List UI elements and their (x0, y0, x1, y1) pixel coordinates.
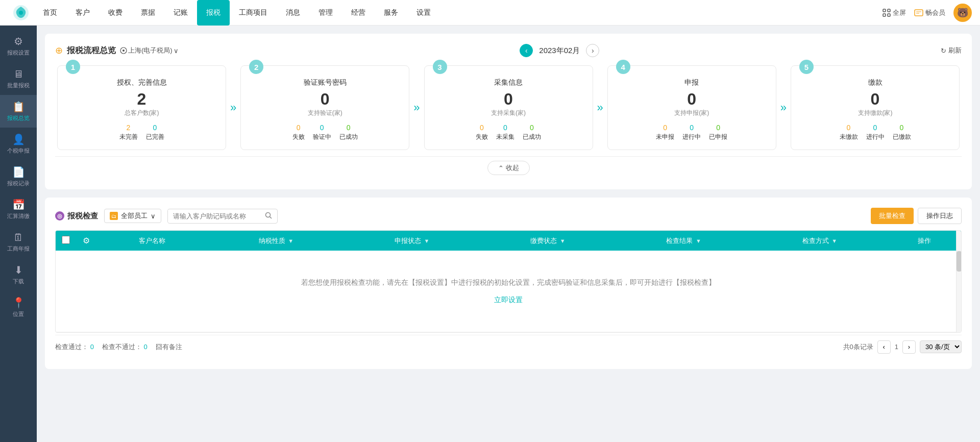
fullscreen-button[interactable]: 全屏 (883, 8, 906, 17)
search-box (167, 209, 278, 224)
scrollbar-thumb[interactable] (957, 251, 962, 272)
filter-icon-2[interactable]: ▼ (424, 238, 429, 244)
settlement-icon: 📅 (12, 199, 25, 211)
step-5-title: 缴款 (868, 78, 883, 87)
nav-service[interactable]: 服务 (375, 0, 407, 26)
step-2-val-0: 0 (297, 124, 301, 132)
setup-link[interactable]: 立即设置 (494, 296, 523, 304)
step-1-count: 2 (137, 89, 146, 109)
sidebar-label-location: 位置 (13, 311, 24, 317)
sidebar-item-personal-tax[interactable]: 👤 个税申报 (0, 128, 37, 160)
current-date: 2023年02月 (539, 46, 580, 56)
download-icon: ⬇ (14, 264, 23, 276)
svg-point-9 (266, 212, 271, 217)
svg-rect-4 (883, 14, 886, 16)
step-3-title: 采集信息 (494, 78, 523, 87)
nav-tax[interactable]: 报税 (197, 0, 230, 26)
nav-invoice[interactable]: 票据 (132, 0, 164, 26)
empty-hint: 若您想使用报税检查功能，请先在【报税设置】中进行报税的初始化设置，完成密码验证和… (62, 256, 955, 326)
scrollbar-track (956, 231, 961, 332)
tax-settings-icon: ⚙ (14, 35, 23, 47)
filter-icon-1[interactable]: ▼ (288, 238, 293, 244)
step-4-stats: 0 未申报 0 进行中 0 已申报 (656, 124, 727, 141)
app-logo (8, 5, 34, 21)
sidebar-item-tax-settings[interactable]: ⚙ 报税设置 (0, 30, 37, 62)
svg-rect-6 (915, 10, 923, 16)
step-2-val-2: 0 (347, 124, 351, 132)
next-month-button[interactable]: › (586, 44, 599, 57)
pass-count-link[interactable]: 0 (90, 343, 94, 351)
sidebar: ⚙ 报税设置 🖥 批量报税 📋 报税总览 👤 个税申报 📄 报税记录 📅 汇算清… (0, 26, 37, 442)
batch-check-button[interactable]: 批量检查 (871, 208, 914, 224)
step-5-stats: 0 未缴款 0 进行中 0 已缴款 (840, 124, 911, 141)
search-input[interactable] (168, 210, 260, 223)
nav-message[interactable]: 消息 (277, 0, 309, 26)
step-5-label-2: 已缴款 (893, 133, 911, 141)
sidebar-item-tax-record[interactable]: 📄 报税记录 (0, 160, 37, 193)
step-4-label-1: 进行中 (682, 133, 701, 141)
col-payment-status: 缴费状态 ▼ (480, 231, 616, 251)
first-page-button[interactable]: ‹ (877, 340, 891, 354)
nav-business[interactable]: 工商项目 (230, 0, 277, 26)
search-button[interactable] (260, 209, 277, 223)
nav-fee[interactable]: 收费 (99, 0, 132, 26)
nav-accounting[interactable]: 记账 (164, 0, 197, 26)
nav-customer[interactable]: 客户 (66, 0, 99, 26)
sidebar-item-annual-report[interactable]: 🗓 工商年报 (0, 226, 37, 258)
step-5-label-0: 未缴款 (840, 133, 858, 141)
fullscreen-label: 全屏 (893, 8, 906, 17)
step-3-stat-1: 0 未采集 (496, 124, 514, 141)
nav-management[interactable]: 管理 (309, 0, 342, 26)
prev-month-button[interactable]: ‹ (520, 44, 533, 57)
overview-location[interactable]: 上海(电子税局) ∨ (120, 46, 179, 55)
nav-home[interactable]: 首页 (34, 0, 66, 26)
sidebar-item-batch-tax[interactable]: 🖥 批量报税 (0, 62, 37, 95)
step-3-label-2: 已成功 (523, 133, 541, 141)
nav-operation[interactable]: 经营 (342, 0, 375, 26)
step-5-stat-2: 0 已缴款 (893, 124, 911, 141)
step-4-badge: 4 (616, 60, 630, 74)
col-report-status: 申报状态 ▼ (344, 231, 480, 251)
select-all-checkbox[interactable] (62, 236, 70, 244)
overview-plus-icon: ⊕ (55, 45, 63, 56)
step-2-stats: 0 失败 0 验证中 0 已成功 (292, 124, 358, 141)
annual-report-icon: 🗓 (13, 232, 23, 243)
sidebar-label-tax-record: 报税记录 (7, 180, 30, 187)
employee-selector[interactable]: 🗂 全部员工 ∨ (104, 209, 161, 223)
step-1-stats: 2 未完善 0 已完善 (119, 124, 164, 141)
footer-right: 共0条记录 ‹ 1 › 30 条/页 (843, 340, 962, 354)
member-button[interactable]: 畅会员 (914, 8, 945, 17)
step-5-count: 0 (871, 89, 880, 109)
overview-section: ⊕ 报税流程总览 上海(电子税局) ∨ ‹ 2023年02月 › ↻ 刷新 (45, 34, 972, 189)
step-1-stat-0: 2 未完善 (119, 124, 138, 141)
sidebar-item-tax-overview[interactable]: 📋 报税总览 (0, 95, 37, 128)
per-page-select[interactable]: 30 条/页 (920, 340, 962, 353)
sidebar-label-settlement: 汇算清缴 (7, 213, 30, 219)
svg-rect-2 (883, 9, 886, 12)
step-2-badge: 2 (249, 60, 263, 74)
refresh-button[interactable]: ↻ 刷新 (941, 46, 962, 55)
operation-log-button[interactable]: 操作日志 (918, 208, 962, 224)
collapse-button[interactable]: ⌃ 收起 (487, 161, 530, 175)
filter-icon-4[interactable]: ▼ (696, 238, 701, 244)
fail-count-link[interactable]: 0 (143, 343, 147, 351)
sidebar-label-tax-settings: 报税设置 (7, 50, 30, 56)
step-1-val-0: 2 (127, 124, 131, 132)
filter-icon-5[interactable]: ▼ (831, 238, 837, 244)
sidebar-item-download[interactable]: ⬇ 下载 (0, 258, 37, 291)
check-header: ◎ 报税检查 🗂 全部员工 ∨ 批量检查 操作日志 (55, 208, 962, 224)
filter-icon-3[interactable]: ▼ (560, 238, 566, 244)
col-check-result: 检查结果 ▼ (616, 231, 751, 251)
table-settings-icon[interactable]: ⚙ (83, 236, 90, 245)
next-page-button[interactable]: › (902, 340, 916, 354)
user-avatar[interactable]: 🐻 (953, 4, 972, 22)
step-1-label-1: 已完善 (146, 133, 164, 141)
step-1-stat-1: 0 已完善 (146, 124, 164, 141)
nav-settings[interactable]: 设置 (407, 0, 440, 26)
main-content: ⊕ 报税流程总览 上海(电子税局) ∨ ‹ 2023年02月 › ↻ 刷新 (37, 26, 980, 442)
sidebar-item-settlement[interactable]: 📅 汇算清缴 (0, 193, 37, 226)
step-4-val-0: 0 (663, 124, 667, 132)
table-footer: 检查通过： 0 检查不通过： 0 囧有备注 共0条记录 ‹ 1 › 30 条/页 (55, 335, 962, 359)
step-3-stat-0: 0 失败 (476, 124, 488, 141)
sidebar-item-location[interactable]: 📍 位置 (0, 291, 37, 324)
